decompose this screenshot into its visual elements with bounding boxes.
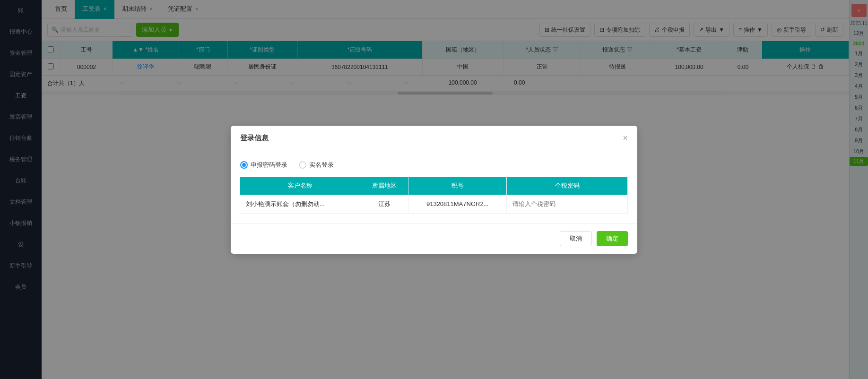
- confirm-button[interactable]: 确定: [597, 231, 628, 246]
- dialog-close-button[interactable]: ×: [623, 133, 628, 143]
- login-table-row: 刘小艳演示账套（勿删勿动... 江苏 91320811MA7NGR2...: [240, 195, 628, 213]
- region-cell: 江苏: [360, 195, 408, 213]
- tax-password-input[interactable]: [512, 200, 622, 207]
- login-info-table: 客户名称 所属地区 税号 个税密码 刘小艳演示账套（勿删勿动... 江苏 913…: [240, 177, 628, 214]
- radio-password-circle: [240, 161, 248, 169]
- dialog-header: 登录信息 ×: [231, 126, 637, 151]
- cancel-button[interactable]: 取消: [560, 231, 592, 246]
- radio-realname-login[interactable]: 实名登录: [299, 161, 334, 169]
- dialog-body: 申报密码登录 实名登录 客户名称 所属地区 税号 个税密码: [231, 151, 637, 223]
- dialog-overlay: 登录信息 × 申报密码登录 实名登录: [0, 0, 868, 379]
- tax-password-cell[interactable]: [507, 195, 628, 213]
- col-client-name: 客户名称: [240, 177, 360, 195]
- radio-password-login[interactable]: 申报密码登录: [240, 161, 287, 169]
- login-type-radio-group: 申报密码登录 实名登录: [240, 161, 628, 169]
- radio-realname-circle: [299, 161, 306, 169]
- col-tax-password: 个税密码: [507, 177, 628, 195]
- tax-no-cell: 91320811MA7NGR2...: [408, 195, 507, 213]
- client-name-cell: 刘小艳演示账套（勿删勿动...: [240, 195, 360, 213]
- radio-password-dot: [242, 163, 246, 167]
- login-dialog: 登录信息 × 申报密码登录 实名登录: [231, 126, 637, 254]
- col-tax-no: 税号: [408, 177, 507, 195]
- dialog-footer: 取消 确定: [231, 223, 637, 254]
- dialog-title: 登录信息: [240, 134, 269, 143]
- col-region: 所属地区: [360, 177, 408, 195]
